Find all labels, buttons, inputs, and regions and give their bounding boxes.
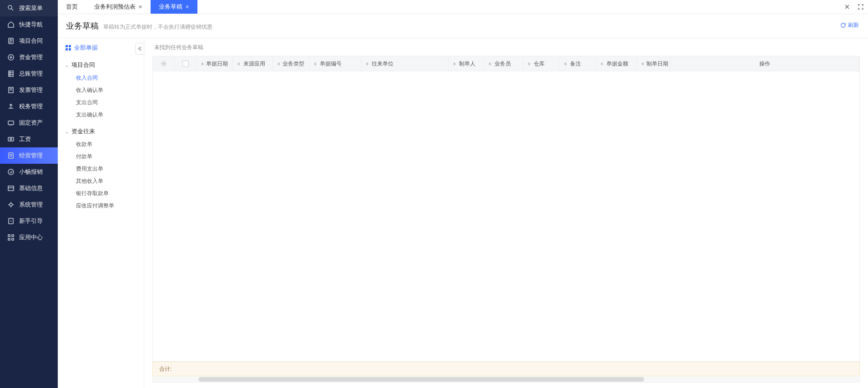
- main-sidebar: 搜索菜单快捷导航项目合同资金管理总账管理发票管理税务管理固定资产工资经营管理小畅…: [0, 0, 58, 388]
- gear-icon: [161, 60, 167, 67]
- sidebar-item-contract[interactable]: 项目合同: [0, 33, 58, 49]
- sidebar-item-invoice[interactable]: 发票管理: [0, 82, 58, 98]
- sidebar-item-salary[interactable]: 工资: [0, 131, 58, 147]
- col-doc-date[interactable]: 单据日期: [197, 56, 233, 71]
- col-warehouse[interactable]: 仓库: [523, 56, 560, 71]
- col-source-app[interactable]: 来源应用: [233, 56, 273, 71]
- sidebar-item-reimburse[interactable]: 小畅报销: [0, 164, 58, 180]
- sidebar-item-base[interactable]: 基础信息: [0, 180, 58, 197]
- table-body: [152, 71, 860, 362]
- sidebar-item-guide[interactable]: 新手引导: [0, 213, 58, 229]
- sidebar-item-apps[interactable]: 应用中心: [0, 229, 58, 246]
- grid-icon: [65, 45, 71, 51]
- select-all-checkbox[interactable]: [175, 56, 197, 71]
- sidebar-item-fund[interactable]: 资金管理: [0, 49, 58, 66]
- svg-rect-13: [8, 235, 10, 237]
- tab-label: 业务利润预估表: [94, 3, 136, 11]
- tree-item-支出确认单[interactable]: 支出确认单: [58, 109, 144, 121]
- tree-item-收入确认单[interactable]: 收入确认单: [58, 84, 144, 96]
- sidebar-item-label: 快捷导航: [19, 20, 43, 29]
- apps-icon: [7, 234, 15, 241]
- sidebar-item-ledger[interactable]: 总账管理: [0, 66, 58, 82]
- tabs-close-all-button[interactable]: [843, 2, 852, 11]
- col-party[interactable]: 往来单位: [361, 56, 449, 71]
- col-amount[interactable]: 单据金额: [596, 56, 637, 71]
- svg-rect-15: [8, 238, 10, 240]
- sidebar-item-asset[interactable]: 固定资产: [0, 115, 58, 131]
- tree-item-应收应付调整单[interactable]: 应收应付调整单: [58, 200, 144, 212]
- svg-point-21: [163, 63, 165, 65]
- col-make-date[interactable]: 制单日期: [637, 56, 671, 71]
- page-title: 业务草稿: [66, 20, 99, 31]
- tab-label: 业务草稿: [159, 3, 182, 11]
- svg-rect-14: [12, 235, 14, 237]
- tree-item-收入合同[interactable]: 收入合同: [58, 72, 144, 84]
- tab-close-icon[interactable]: ✕: [138, 4, 142, 10]
- col-salesperson[interactable]: 业务员: [484, 56, 523, 71]
- sidebar-item-label: 基础信息: [19, 184, 43, 192]
- tree-item-银行存取款单[interactable]: 银行存取款单: [58, 187, 144, 200]
- ledger-icon: [7, 70, 15, 77]
- sidebar-item-label: 资金管理: [19, 53, 43, 61]
- tree-item-费用支出单[interactable]: 费用支出单: [58, 163, 144, 175]
- refresh-button[interactable]: 刷新: [840, 21, 859, 29]
- sidebar-item-label: 工资: [19, 135, 31, 143]
- panel-all-docs[interactable]: 全部单据: [58, 44, 144, 56]
- col-note[interactable]: 备注: [560, 56, 596, 71]
- sidebar-item-tax[interactable]: 税务管理: [0, 98, 58, 115]
- salary-icon: [7, 136, 15, 143]
- tab-业务草稿[interactable]: 业务草稿✕: [151, 0, 197, 14]
- fullscreen-button[interactable]: [856, 2, 865, 11]
- tree-item-收款单[interactable]: 收款单: [58, 138, 144, 151]
- svg-rect-18: [69, 45, 71, 47]
- tab-首页[interactable]: 首页: [58, 0, 86, 14]
- tree-item-付款单[interactable]: 付款单: [58, 151, 144, 163]
- sidebar-item-operate[interactable]: 经营管理: [0, 147, 58, 164]
- col-biz-type[interactable]: 业务类型: [273, 56, 309, 71]
- chevron-left-icon: [137, 46, 142, 51]
- svg-point-9: [8, 169, 14, 175]
- sidebar-item-label: 发票管理: [19, 86, 43, 94]
- horizontal-scrollbar[interactable]: [152, 376, 860, 383]
- table-header: 单据日期 来源应用 业务类型 单据编号 往来单位 制单人 业务员 仓库 备注 单…: [152, 56, 860, 71]
- empty-message: 未找到任何业务草稿: [152, 44, 860, 56]
- sidebar-item-home[interactable]: 快捷导航: [0, 16, 58, 33]
- tree-group-项目合同[interactable]: ⌄项目合同: [58, 58, 144, 72]
- col-doc-number[interactable]: 单据编号: [309, 56, 361, 71]
- chevron-down-icon: ⌄: [65, 129, 70, 134]
- sidebar-item-label: 应用中心: [19, 233, 43, 242]
- contract-icon: [7, 37, 15, 45]
- tab-close-icon[interactable]: ✕: [185, 4, 189, 10]
- asset-icon: [7, 119, 15, 126]
- sidebar-item-label: 经营管理: [19, 151, 43, 160]
- system-icon: [7, 201, 15, 208]
- svg-point-0: [8, 5, 12, 9]
- sidebar-item-label: 新手引导: [19, 217, 43, 225]
- svg-rect-10: [8, 186, 14, 191]
- table-area: 未找到任何业务草稿 单据日期 来源应用 业务类型 单据编号 往来单位 制单人 业…: [144, 38, 868, 388]
- sidebar-item-label: 项目合同: [19, 37, 43, 45]
- tab-bar: 首页业务利润预估表✕业务草稿✕: [58, 0, 868, 14]
- home-icon: [7, 21, 15, 28]
- table-footer: 合计:: [152, 362, 860, 376]
- svg-rect-16: [12, 238, 14, 240]
- tab-label: 首页: [66, 3, 78, 11]
- tree-item-支出合同[interactable]: 支出合同: [58, 96, 144, 109]
- operate-icon: [7, 152, 15, 159]
- svg-point-7: [10, 138, 12, 140]
- column-settings-button[interactable]: [153, 56, 175, 71]
- col-maker[interactable]: 制单人: [449, 56, 484, 71]
- svg-rect-6: [8, 137, 14, 141]
- sidebar-item-system[interactable]: 系统管理: [0, 197, 58, 213]
- tree-item-其他收入单[interactable]: 其他收入单: [58, 175, 144, 187]
- tab-业务利润预估表[interactable]: 业务利润预估表✕: [86, 0, 151, 14]
- fund-icon: [7, 54, 15, 61]
- panel-collapse-button[interactable]: [135, 43, 144, 55]
- chevron-down-icon: ⌄: [65, 63, 70, 68]
- sidebar-item-label: 搜索菜单: [19, 4, 43, 12]
- svg-rect-5: [8, 121, 14, 125]
- svg-rect-20: [69, 48, 71, 50]
- svg-rect-3: [9, 71, 13, 76]
- sidebar-item-search[interactable]: 搜索菜单: [0, 0, 58, 16]
- tree-group-资金往来[interactable]: ⌄资金往来: [58, 125, 144, 138]
